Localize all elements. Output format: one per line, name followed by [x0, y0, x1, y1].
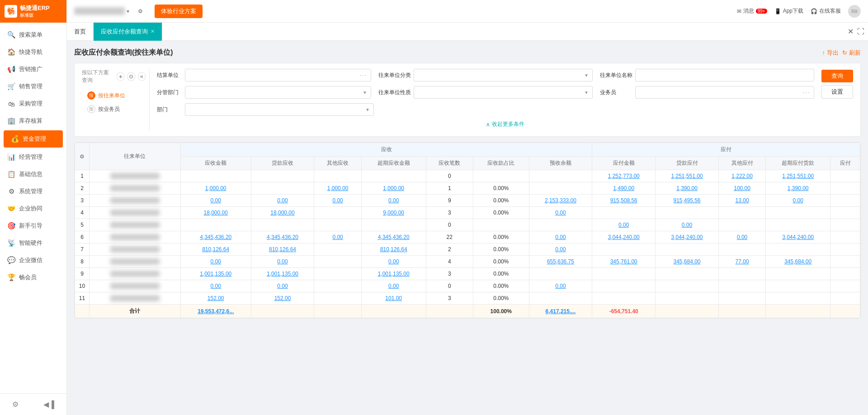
user-menu[interactable]: Rit: [848, 5, 861, 18]
company-nature-chevron: ▼: [584, 90, 589, 95]
scheme-by-company[interactable]: 按 按往来单位: [82, 89, 146, 102]
export-icon: ↑: [822, 49, 826, 56]
page-title: 应收应付余额查询(按往来单位): [74, 48, 173, 57]
export-label: 导出: [827, 49, 839, 57]
filter-company-name-input[interactable]: [635, 69, 814, 81]
logo-sub: 标准版: [20, 12, 50, 19]
sidebar-item-guide[interactable]: 🎯 新手引导: [0, 217, 66, 234]
basic-info-icon: 📋: [7, 170, 15, 178]
breadcrumb: XXX有限公司 ▾: [74, 7, 129, 15]
col-group-payable: 应付: [592, 143, 860, 157]
tab-close-btn[interactable]: ✕: [151, 29, 155, 34]
sidebar-item-quick-nav[interactable]: 🏠 快捷导航: [0, 43, 66, 61]
sidebar-item-basic-info[interactable]: 📋 基础信息: [0, 166, 66, 183]
add-scheme-btn[interactable]: +: [117, 72, 124, 81]
query-scheme-panel: 按以下方案查询 + ⊙ « 按 按往来单位 按 按业务员: [82, 69, 150, 131]
sidebar-item-hardware-label: 智能硬件: [19, 239, 42, 247]
service-btn[interactable]: 🎧 在线客服: [811, 7, 841, 15]
filter-section-dept-label: 部门: [157, 106, 182, 114]
dept-chevron: ▼: [363, 90, 367, 95]
sidebar-item-finance[interactable]: 💰 资金管理: [4, 130, 63, 148]
sidebar-item-quick-nav-label: 快捷导航: [19, 48, 42, 56]
sidebar-item-inventory[interactable]: 🏢 库存核算: [0, 112, 66, 129]
sidebar-item-collab[interactable]: 🤝 企业协同: [0, 200, 66, 217]
collapse-btn[interactable]: ∧ 收起更多条件: [157, 118, 853, 131]
sidebar-item-purchase[interactable]: 🛍 采购管理: [0, 95, 66, 112]
col-group-receivable: 应收: [180, 143, 592, 157]
filter-row-2: 分管部门 ▼ 往来单位性质 ▼: [157, 86, 814, 99]
total-recv-overdue: [361, 305, 426, 318]
filter-row-3: 部门 ▼: [157, 103, 814, 116]
sidebar-item-system[interactable]: ⚙ 系统管理: [0, 183, 66, 200]
filter-dept-input[interactable]: ▼: [185, 86, 371, 99]
total-pay-other: [718, 305, 765, 318]
sidebar-item-sales-label: 销售管理: [19, 82, 42, 91]
company-name: XXX有限公司: [74, 7, 125, 15]
col-company: 往来单位: [90, 143, 181, 170]
filter-company-category: 往来单位分类 ▼: [378, 69, 593, 81]
refresh-btn[interactable]: ↻ 刷新: [842, 49, 861, 57]
table-row: 2company1,000.001,000.001,000.0010.00%1,…: [75, 182, 860, 195]
sidebar-item-member[interactable]: 🏆 畅会员: [0, 269, 66, 286]
scheme-by-salesman[interactable]: 按 按业务员: [82, 102, 146, 116]
filter-company-category-input[interactable]: ▼: [414, 69, 593, 81]
industry-btn[interactable]: 体验行业方案: [155, 5, 203, 18]
tab-maximize-btn[interactable]: ⛶: [857, 28, 864, 36]
total-recv-amount[interactable]: 19,553,472,6...: [180, 305, 251, 318]
export-btn[interactable]: ↑ 导出: [822, 49, 839, 57]
table-container: ⚙ 往来单位 应收 应付 应收金额 贷款应收 其他应收 超期应收金额 应收笔数 …: [74, 142, 861, 319]
sidebar-item-guide-label: 新手引导: [19, 222, 42, 230]
total-pay-next: [830, 305, 860, 318]
table-row: 7company810,126.64810,126.64810,126.6420…: [75, 243, 860, 256]
total-recv-prepay[interactable]: 6,417,215....: [529, 305, 592, 318]
app-download-btn[interactable]: 📱 App下载: [774, 7, 803, 15]
header-right: ✉ 消息 99+ 📱 App下载 🎧 在线客服 Rit: [737, 5, 861, 18]
filter-section-dept-input[interactable]: ▼: [185, 103, 374, 116]
tab-close-window-btn[interactable]: ✕: [848, 27, 854, 36]
col-pay-overdue: 超期应付货款: [766, 157, 830, 170]
filter-settlement-label: 结算单位: [157, 72, 182, 79]
filter-company-nature-input[interactable]: ▼: [414, 86, 593, 99]
sidebar-item-hardware[interactable]: 📡 智能硬件: [0, 234, 66, 252]
filter-settlement-input[interactable]: ···: [185, 69, 371, 81]
query-button[interactable]: 查询: [821, 70, 853, 82]
tab-home[interactable]: 首页: [67, 23, 94, 41]
message-btn[interactable]: ✉ 消息 99+: [737, 7, 767, 15]
filter-row-1: 结算单位 ··· 往来单位分类 ▼: [157, 69, 814, 81]
table-row: 8company0.000.000.0040.00%655,636.75345,…: [75, 256, 860, 268]
member-icon: 🏆: [7, 273, 15, 281]
sidebar-item-operations[interactable]: 📊 经营管理: [0, 148, 66, 166]
inventory-icon: 🏢: [7, 117, 15, 125]
sidebar-item-wechat-label: 企业微信: [19, 256, 42, 264]
filter-form-area: 结算单位 ··· 往来单位分类 ▼: [157, 69, 853, 131]
settings-button[interactable]: 设置: [821, 85, 853, 99]
tab-receivable[interactable]: 应收应付余额查询 ✕: [94, 23, 162, 41]
table-row: 5company00.000.00: [75, 219, 860, 231]
tabs-bar: 首页 应收应付余额查询 ✕ ✕ ⛶: [67, 23, 868, 41]
collapse-scheme-btn[interactable]: «: [138, 72, 146, 81]
settings-btn[interactable]: ⚙: [134, 5, 146, 18]
sidebar-item-wechat[interactable]: 💬 企业微信: [0, 252, 66, 269]
guide-icon: 🎯: [7, 222, 15, 230]
filter-dept: 分管部门 ▼: [157, 86, 371, 99]
filter-company-name-label: 往来单位名称: [600, 72, 632, 79]
breadcrumb-chevron: ▾: [127, 8, 129, 14]
filter-company-category-label: 往来单位分类: [378, 72, 411, 79]
filter-salesman-input[interactable]: ···: [635, 86, 814, 99]
sidebar-item-marketing[interactable]: 📢 营销推广: [0, 61, 66, 78]
refresh-label: 刷新: [849, 49, 861, 57]
settlement-dots: ···: [360, 72, 367, 78]
total-recv-ratio: 100.00%: [473, 305, 529, 318]
sidebar-item-collab-label: 企业协同: [19, 205, 42, 213]
scheme-company-label: 按往来单位: [98, 92, 125, 100]
sidebar-item-sales[interactable]: 🛒 销售管理: [0, 78, 66, 95]
tabs-right: ✕ ⛶: [848, 27, 868, 36]
sidebar-item-search[interactable]: 🔍 搜索菜单: [0, 26, 66, 43]
sidebar-item-operations-label: 经营管理: [19, 153, 42, 161]
col-settings[interactable]: ⚙: [75, 143, 90, 170]
edit-scheme-btn[interactable]: ⊙: [127, 72, 135, 81]
settings-bottom-btn[interactable]: ⚙: [9, 397, 21, 411]
search-menu-icon: 🔍: [7, 31, 15, 39]
collapse-sidebar-btn[interactable]: ◀▐: [41, 397, 57, 411]
message-label: 消息: [743, 7, 754, 15]
